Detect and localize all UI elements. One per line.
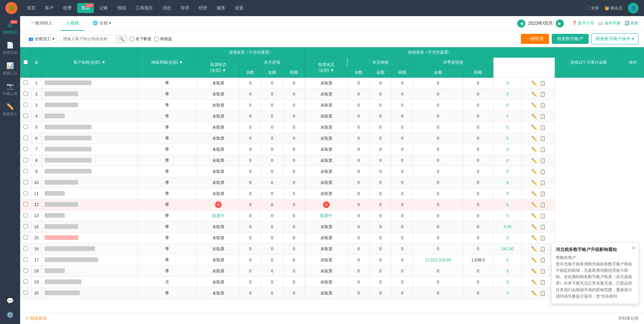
consecutive-value[interactable]: 5.00 [503, 224, 511, 229]
notification-close-button[interactable]: ✕ [632, 245, 636, 251]
digital-account-operation-button[interactable]: 税务数字账户操作 ▾ [591, 34, 639, 44]
consecutive-value[interactable]: 0 [506, 191, 509, 196]
copy-button[interactable]: 📋 [539, 80, 546, 86]
row-checkbox-cell[interactable] [20, 177, 31, 188]
copy-button[interactable]: 📋 [539, 201, 546, 208]
row-checkbox-cell[interactable] [20, 122, 31, 133]
consecutive-value[interactable]: 0 [506, 258, 509, 262]
tax-disk-checkbox[interactable] [154, 37, 159, 41]
row-checkbox-cell[interactable] [20, 100, 31, 111]
nav-invoice[interactable]: 票据new [77, 3, 94, 13]
edit-button[interactable]: ✏️ [531, 246, 538, 252]
search-input[interactable] [60, 35, 116, 43]
edit-button[interactable]: ✏️ [531, 212, 538, 219]
one-click-ticket-button[interactable]: 一键取票 [521, 34, 549, 44]
copy-button[interactable]: 📋 [539, 290, 546, 297]
row-checkbox[interactable] [23, 224, 28, 229]
row-checkbox-cell[interactable] [20, 277, 31, 288]
prev-month-button[interactable]: ◀ [517, 19, 525, 27]
sidebar-item-scan-upload[interactable]: 📷 扫描上传 [1, 80, 19, 99]
row-checkbox[interactable] [23, 180, 28, 184]
tab-general-taxpayer[interactable]: 一般纳税人 [25, 16, 58, 31]
edit-button[interactable]: ✏️ [531, 279, 538, 285]
refresh-link[interactable]: 🔄 刷新 [625, 20, 639, 26]
consecutive-value[interactable]: 0 [506, 202, 509, 207]
filter-tax-disk[interactable]: 有税盘 [154, 36, 172, 42]
row-checkbox-cell[interactable] [20, 89, 31, 100]
edit-button[interactable]: ✏️ [531, 80, 538, 86]
copy-button[interactable]: 📋 [539, 190, 546, 197]
row-checkbox-cell[interactable] [20, 288, 31, 299]
th-in-status[interactable]: 取票状态(全部) ▼ [197, 58, 239, 78]
employee-filter[interactable]: 👥 全部员工 ▾ [25, 35, 57, 44]
new-guide-link[interactable]: ❓ 新手引导 [572, 20, 594, 26]
row-checkbox[interactable] [23, 268, 28, 273]
consecutive-value[interactable]: 0 [506, 136, 509, 141]
row-checkbox-cell[interactable] [20, 233, 31, 244]
consecutive-value[interactable]: 0 [506, 147, 509, 152]
consecutive-value[interactable]: 0 [506, 158, 509, 163]
th-client-name[interactable]: 客户名称(全部) ▼ [42, 48, 138, 78]
row-checkbox-cell[interactable] [20, 155, 31, 166]
th-settings[interactable]: ⚙ [31, 48, 42, 78]
sidebar-item-smart-ticket[interactable]: 🖨 智能取票 new [1, 19, 19, 38]
nav-business[interactable]: 工商项目 [131, 3, 157, 13]
copy-button[interactable]: 📋 [539, 168, 546, 175]
edit-button[interactable]: ✏️ [531, 91, 538, 98]
consecutive-value[interactable]: 0 [506, 213, 509, 218]
row-checkbox[interactable] [23, 103, 28, 107]
edit-button[interactable]: ✏️ [531, 157, 538, 164]
row-checkbox[interactable] [23, 290, 28, 295]
user-avatar[interactable]: 👤 [628, 3, 639, 13]
copy-button[interactable]: 📋 [539, 246, 546, 252]
season-amount-link[interactable]: 12,621,319.99 [425, 258, 451, 262]
row-checkbox-cell[interactable] [20, 255, 31, 266]
fullscreen-button[interactable]: ⛶ 全屏 [586, 5, 599, 11]
next-month-button[interactable]: ▶ [556, 19, 564, 27]
copy-button[interactable]: 📋 [539, 113, 546, 120]
nav-manage[interactable]: 管理 [176, 3, 193, 13]
consecutive-value[interactable]: 0 [506, 180, 509, 185]
copy-button[interactable]: 📋 [539, 91, 546, 98]
consecutive-value[interactable]: 0 [506, 291, 509, 296]
consecutive-value[interactable]: 0 [506, 81, 509, 85]
edit-button[interactable]: ✏️ [531, 290, 538, 297]
row-checkbox[interactable] [23, 202, 28, 206]
edit-button[interactable]: ✏️ [531, 135, 538, 142]
edit-button[interactable]: ✏️ [531, 257, 538, 263]
select-all-checkbox[interactable] [23, 60, 28, 64]
copy-button[interactable]: 📋 [539, 135, 546, 142]
row-checkbox-cell[interactable] [20, 133, 31, 144]
row-checkbox[interactable] [23, 158, 28, 162]
row-checkbox[interactable] [23, 91, 28, 96]
edit-button[interactable]: ✏️ [531, 179, 538, 186]
th-tax-period[interactable]: 纳税周期(全部) ▼ [138, 48, 197, 78]
edit-button[interactable]: ✏️ [531, 268, 538, 274]
consecutive-value[interactable]: 0 [506, 114, 509, 119]
manual-link[interactable]: 📖 操作手册 [598, 20, 620, 26]
copy-button[interactable]: 📋 [539, 212, 546, 219]
tab-all-capability[interactable]: 🌐 全能 ▾ [87, 16, 117, 31]
consecutive-value[interactable]: 0 [506, 103, 509, 108]
copy-button[interactable]: 📋 [539, 124, 546, 131]
row-checkbox[interactable] [23, 246, 28, 251]
row-checkbox[interactable] [23, 279, 28, 284]
copy-button[interactable]: 📋 [539, 223, 546, 230]
row-checkbox-cell[interactable] [20, 210, 31, 221]
filter-sub-accounts[interactable]: 名下帐套 [130, 36, 152, 42]
edit-button[interactable]: ✏️ [531, 146, 538, 153]
row-checkbox[interactable] [23, 191, 28, 195]
consecutive-value[interactable]: 0 [506, 280, 509, 284]
row-checkbox[interactable] [23, 169, 28, 173]
row-checkbox-cell[interactable] [20, 78, 31, 89]
nav-message[interactable]: 消息 [158, 3, 175, 13]
copy-button[interactable]: 📋 [539, 179, 546, 186]
nav-accounting[interactable]: 记账 [95, 3, 112, 13]
th-out-status[interactable]: 取票状态(全部) ▼ [305, 58, 348, 78]
nav-billing[interactable]: 收费 [59, 3, 76, 13]
nav-operation[interactable]: 经营 [195, 3, 211, 13]
row-checkbox-cell[interactable] [20, 111, 31, 122]
edit-button[interactable]: ✏️ [531, 124, 538, 131]
digital-account-button[interactable]: 税务数字账户 [552, 34, 589, 44]
edit-button[interactable]: ✏️ [531, 201, 538, 208]
